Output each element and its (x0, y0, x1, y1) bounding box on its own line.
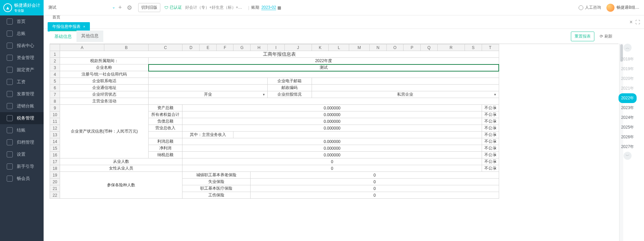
dropdown-cell[interactable]: 不公示▼ (482, 158, 499, 165)
column-header[interactable]: R (437, 44, 465, 51)
column-header[interactable]: I (267, 44, 284, 51)
sidebar-item[interactable]: 畅会员 (0, 173, 44, 185)
refresh-button[interactable]: ⟳ 刷新 (600, 34, 612, 39)
row-number[interactable]: 1 (50, 51, 60, 58)
sidebar-item[interactable]: 进销台账 (0, 100, 44, 112)
sidebar-item[interactable]: 发票管理 (0, 88, 44, 100)
value-cell[interactable] (149, 78, 268, 85)
row-number[interactable]: 21 (50, 185, 60, 192)
column-header[interactable]: P (404, 44, 421, 51)
column-header[interactable]: N (370, 44, 387, 51)
user-menu[interactable]: 畅捷通B组… (606, 4, 639, 12)
column-header[interactable]: A (60, 44, 104, 51)
value-cell[interactable]: 0 (251, 172, 499, 179)
row-number[interactable]: 8 (50, 98, 60, 105)
value-cell[interactable]: 0 (251, 185, 499, 192)
value-cell[interactable]: 0.000000 (182, 138, 482, 145)
close-icon[interactable]: × (83, 25, 85, 29)
value-cell[interactable] (312, 78, 499, 85)
value-cell[interactable]: 0.000000 (182, 118, 482, 125)
sidebar-item[interactable]: 设置 (0, 148, 44, 160)
row-number[interactable]: 16 (50, 152, 60, 158)
value-cell[interactable]: 0.000000 (182, 152, 482, 158)
row-number[interactable]: 13 (50, 132, 60, 138)
column-header[interactable]: M (349, 44, 370, 51)
corner-cell[interactable] (50, 44, 60, 51)
column-header[interactable]: S (465, 44, 482, 51)
row-number[interactable]: 19 (50, 172, 60, 179)
subtab[interactable]: 基础信息 (50, 31, 76, 42)
column-header[interactable]: H (251, 44, 268, 51)
value-cell[interactable]: 0.000000 (182, 111, 482, 118)
row-number[interactable]: 9 (50, 105, 60, 111)
column-header[interactable]: Q (421, 44, 438, 51)
year-option[interactable]: 2022年 (619, 93, 637, 103)
year-option[interactable]: 2021年 (619, 84, 637, 93)
dropdown-cell[interactable]: 不公示▼ (482, 105, 499, 111)
dropdown-cell[interactable]: 不公示▼ (482, 152, 499, 158)
value-cell[interactable]: 0 (182, 158, 482, 165)
sidebar-item[interactable]: 工资 (0, 76, 44, 88)
subtab[interactable]: 其他信息 (76, 31, 103, 42)
sidebar-item[interactable]: 税务管理 (0, 112, 44, 124)
row-number[interactable]: 2 (50, 58, 60, 64)
column-header[interactable]: G (233, 44, 251, 51)
value-cell[interactable] (149, 98, 499, 105)
column-header[interactable]: D (182, 44, 200, 51)
row-number[interactable]: 3 (50, 64, 60, 71)
add-button[interactable]: + (115, 3, 125, 12)
column-header[interactable]: F (216, 44, 233, 51)
dropdown-cell[interactable]: 不公示▼ (482, 125, 499, 132)
year-option[interactable]: 2019年 (619, 64, 637, 74)
sidebar-item[interactable]: 首页 (0, 15, 44, 28)
dropdown-cell[interactable]: 不公示▼ (482, 138, 499, 145)
reset-report-button[interactable]: 重置报表 (571, 32, 594, 41)
year-option[interactable]: 2027年 (619, 142, 637, 152)
year-option[interactable]: 2020年 (619, 74, 637, 84)
row-number[interactable]: 7 (50, 91, 60, 98)
value-cell[interactable] (149, 85, 268, 91)
column-header[interactable]: J (284, 44, 312, 51)
year-scroll-down[interactable]: ﹀ (624, 152, 632, 160)
dropdown-cell[interactable]: 开业▼ (149, 91, 268, 98)
year-option[interactable]: 2023年 (619, 103, 637, 113)
column-header[interactable]: C (149, 44, 182, 51)
column-header[interactable]: L (329, 44, 349, 51)
dropdown-cell[interactable]: 私营企业▼ (312, 91, 499, 98)
fullscreen-icon[interactable]: ⛶ (635, 19, 640, 25)
row-number[interactable]: 6 (50, 85, 60, 91)
tab[interactable]: 首页 (48, 13, 90, 22)
dropdown-cell[interactable]: 不公示▼ (482, 165, 499, 172)
year-option[interactable]: 2024年 (619, 113, 637, 123)
row-number[interactable]: 20 (50, 179, 60, 185)
row-number[interactable]: 11 (50, 118, 60, 125)
switch-old-button[interactable]: 切到旧版 (138, 3, 160, 12)
sidebar-item[interactable]: 结账 (0, 124, 44, 136)
column-header[interactable]: E (200, 44, 217, 51)
gear-icon[interactable]: ⚙ (125, 3, 134, 12)
row-number[interactable]: 18 (50, 165, 60, 172)
sidebar-item[interactable]: 固定资产 (0, 64, 44, 76)
sidebar-item[interactable]: 归档管理 (0, 136, 44, 148)
year-option[interactable]: 2026年 (619, 132, 637, 142)
row-number[interactable]: 10 (50, 111, 60, 118)
calendar-icon[interactable]: ▦ (277, 5, 281, 10)
dropdown-cell[interactable]: 不公示▼ (482, 132, 499, 138)
year-option[interactable]: 2025年 (619, 123, 637, 132)
company-name-input[interactable]: 测试 (149, 64, 499, 71)
dropdown-cell[interactable]: 不公示▼ (482, 118, 499, 125)
dropdown-cell[interactable]: 不公示▼ (482, 111, 499, 118)
tab-close-icon[interactable]: × (630, 19, 633, 25)
row-number[interactable]: 22 (50, 192, 60, 199)
value-cell[interactable]: 0 (251, 192, 499, 199)
row-number[interactable]: 14 (50, 138, 60, 145)
sidebar-item[interactable]: 报表中心 (0, 40, 44, 52)
column-header[interactable]: T (482, 44, 499, 51)
row-number[interactable]: 12 (50, 125, 60, 132)
row-number[interactable]: 5 (50, 78, 60, 85)
value-cell[interactable] (149, 71, 499, 78)
sidebar-item[interactable]: 总账 (0, 28, 44, 40)
column-header[interactable]: O (386, 44, 404, 51)
company-selector[interactable]: 测试 ⌄ (48, 5, 115, 10)
column-header[interactable]: B (104, 44, 149, 51)
